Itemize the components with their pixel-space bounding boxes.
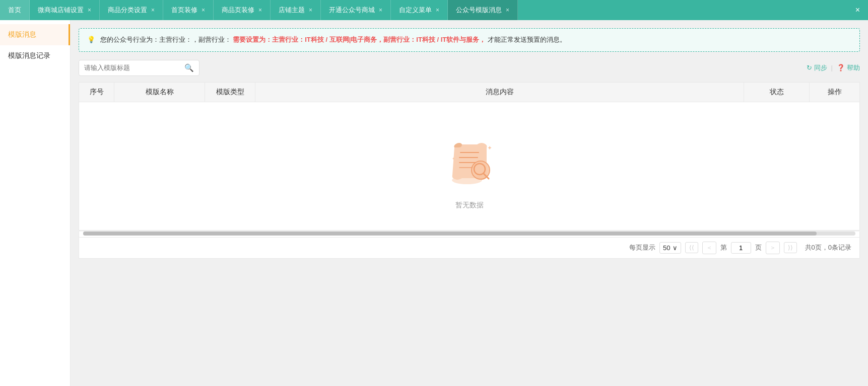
sync-icon: ↻ <box>807 64 812 71</box>
search-button[interactable]: 🔍 <box>179 60 199 75</box>
tab-custom-menu[interactable]: 自定义菜单 × <box>391 0 448 20</box>
first-page-icon: ⟨⟨ <box>689 244 694 251</box>
tab-shop-theme[interactable]: 店铺主题 × <box>271 0 321 20</box>
col-content: 消息内容 <box>255 82 744 102</box>
tab-template-msg-label: 公众号模版消息 <box>456 6 502 15</box>
tab-custom-menu-close[interactable]: × <box>436 7 439 14</box>
col-action: 操作 <box>810 82 860 102</box>
total-info: 共0页，0条记录 <box>805 243 851 252</box>
per-page-label: 每页显示 <box>629 243 655 252</box>
empty-icon: ✦ ✦ <box>439 132 500 193</box>
tab-category-settings-label: 商品分类设置 <box>108 6 147 15</box>
main-layout: 模版消息 模版消息记录 💡 您的公众号行业为：主营行业：，副营行业： 需要设置为… <box>0 20 868 386</box>
toolbar-right: ↻ 同步 | ❓ 帮助 <box>807 63 860 72</box>
per-page-select[interactable]: 50 ∨ <box>659 242 681 254</box>
table-header-row: 序号 模版名称 模版类型 消息内容 状态 操作 <box>79 82 860 102</box>
tab-open-mall-label: 开通公众号商城 <box>329 6 375 15</box>
search-icon: 🔍 <box>184 63 194 72</box>
sync-button[interactable]: ↻ 同步 <box>807 63 827 72</box>
first-page-button[interactable]: ⟨⟨ <box>685 242 698 253</box>
scroll-bar-thumb[interactable] <box>83 231 817 236</box>
data-table: 序号 模版名称 模版类型 消息内容 状态 操作 <box>79 82 860 102</box>
tab-shop-theme-close[interactable]: × <box>309 7 312 14</box>
search-input-wrap[interactable]: 🔍 <box>79 60 199 76</box>
tab-product-decor-label: 商品页装修 <box>222 6 254 15</box>
page-label-pre: 第 <box>720 243 727 252</box>
tab-shop-settings-close[interactable]: × <box>88 7 91 14</box>
tab-bar: 首页 微商城店铺设置 × 商品分类设置 × 首页装修 × 商品页装修 × 店铺主… <box>0 0 868 20</box>
tab-home-label: 首页 <box>8 6 21 15</box>
search-input[interactable] <box>79 61 179 74</box>
tab-category-settings[interactable]: 商品分类设置 × <box>100 0 163 20</box>
per-page-chevron-icon: ∨ <box>673 244 678 252</box>
tab-shop-settings[interactable]: 微商城店铺设置 × <box>30 0 100 20</box>
current-page-input[interactable] <box>731 242 751 254</box>
tab-home[interactable]: 首页 <box>0 0 30 20</box>
prev-page-icon: ＜ <box>706 244 712 251</box>
scroll-bar-area[interactable] <box>79 231 860 238</box>
tab-open-mall[interactable]: 开通公众号商城 × <box>321 0 391 20</box>
tab-category-settings-close[interactable]: × <box>151 7 155 14</box>
tab-shop-settings-label: 微商城店铺设置 <box>38 6 84 15</box>
page-label-post: 页 <box>755 243 762 252</box>
tab-open-mall-close[interactable]: × <box>379 7 382 14</box>
next-page-button[interactable]: ＞ <box>766 242 780 254</box>
tab-product-decor-close[interactable]: × <box>258 7 262 14</box>
help-label: 帮助 <box>847 63 860 72</box>
col-status: 状态 <box>744 82 810 102</box>
per-page-value: 50 <box>663 244 670 252</box>
tab-product-decor[interactable]: 商品页装修 × <box>214 0 271 20</box>
notice-highlight: 需要设置为：主营行业：IT科技 / 互联网|电子商务，副营行业：IT科技 / I… <box>233 36 486 43</box>
notice-box: 💡 您的公众号行业为：主营行业：，副营行业： 需要设置为：主营行业：IT科技 /… <box>79 28 860 52</box>
tab-template-msg-close[interactable]: × <box>506 7 509 14</box>
col-type: 模版类型 <box>205 82 255 102</box>
toolbar-divider: | <box>831 64 833 71</box>
sidebar-item-template-msg[interactable]: 模版消息 <box>0 24 70 45</box>
empty-state: ✦ ✦ 暂无数据 <box>79 102 860 230</box>
last-page-button[interactable]: ⟩⟩ <box>784 242 797 253</box>
tab-home-decor[interactable]: 首页装修 × <box>163 0 214 20</box>
pagination: 每页显示 50 ∨ ⟨⟨ ＜ 第 页 ＞ ⟩⟩ 共0页，0条记录 <box>79 238 860 259</box>
tab-custom-menu-label: 自定义菜单 <box>399 6 432 15</box>
search-bar: 🔍 ↻ 同步 | ❓ 帮助 <box>79 60 860 76</box>
tab-home-decor-label: 首页装修 <box>171 6 197 15</box>
prev-page-button[interactable]: ＜ <box>702 242 716 254</box>
sidebar-item-template-msg-log-label: 模版消息记录 <box>8 51 50 59</box>
tab-bar-close-btn[interactable]: × <box>847 0 868 20</box>
help-icon: ❓ <box>837 64 845 71</box>
svg-text:✦: ✦ <box>452 157 455 161</box>
sidebar-item-template-msg-log[interactable]: 模版消息记录 <box>0 45 70 66</box>
notice-suffix: 才能正常发送预置的消息。 <box>488 36 566 43</box>
help-button[interactable]: ❓ 帮助 <box>837 63 860 72</box>
col-index: 序号 <box>79 82 114 102</box>
sidebar: 模版消息 模版消息记录 <box>0 20 71 386</box>
empty-text: 暂无数据 <box>79 201 859 210</box>
scroll-bar-track <box>83 231 855 236</box>
tab-shop-theme-label: 店铺主题 <box>279 6 305 15</box>
last-page-icon: ⟩⟩ <box>788 244 793 251</box>
notice-icon: 💡 <box>87 36 95 43</box>
sidebar-item-template-msg-label: 模版消息 <box>8 30 36 38</box>
content-area: 💡 您的公众号行业为：主营行业：，副营行业： 需要设置为：主营行业：IT科技 /… <box>71 20 868 386</box>
next-page-icon: ＞ <box>770 244 776 251</box>
sync-label: 同步 <box>814 63 827 72</box>
col-name: 模版名称 <box>114 82 205 102</box>
svg-text:✦: ✦ <box>487 144 492 151</box>
tab-template-msg[interactable]: 公众号模版消息 × <box>448 0 518 20</box>
tab-home-decor-close[interactable]: × <box>202 7 205 14</box>
notice-prefix: 您的公众号行业为：主营行业：，副营行业： <box>100 36 231 43</box>
